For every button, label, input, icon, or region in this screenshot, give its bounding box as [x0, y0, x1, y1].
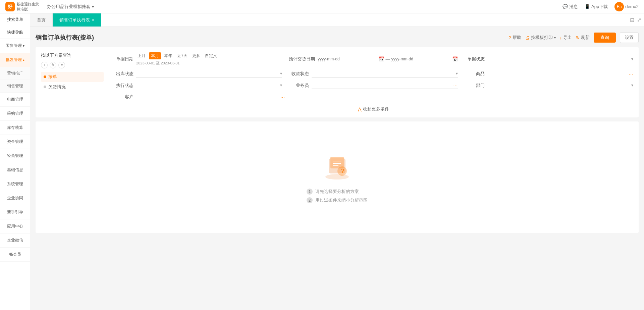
help-button[interactable]: ? 帮助	[508, 35, 521, 41]
messages-button[interactable]: 💬 消息	[562, 4, 578, 10]
date-tab-this-month[interactable]: 本月	[149, 52, 161, 59]
sidebar-item-wechat[interactable]: 企业微信	[0, 234, 30, 248]
user-menu[interactable]: Ea demo2	[614, 2, 639, 11]
tab-bar-right: ⊟ ⤢	[630, 13, 644, 27]
chevron-down-icon: ▾	[631, 57, 633, 61]
dot-inactive-icon	[44, 86, 46, 88]
filter-option-by-debt[interactable]: 欠货情况	[41, 82, 104, 92]
tab-sales-execution-label: 销售订单执行表	[59, 17, 90, 23]
dot-active-icon	[44, 75, 46, 78]
date-tab-this-year[interactable]: 本年	[163, 52, 174, 59]
expected-date-range: 📅 — 📅	[318, 55, 458, 63]
svg-text:?: ?	[341, 168, 344, 174]
empty-tips: 1 请先选择要分析的方案 2 用过滤条件来缩小分析范围	[307, 189, 368, 206]
sidebar-item-finance[interactable]: 资金管理	[0, 135, 30, 149]
goods-label: 商品	[465, 71, 485, 77]
filter-left-title: 按以下方案查询	[41, 52, 104, 58]
sidebar-item-basic[interactable]: 基础信息	[0, 163, 30, 177]
print-button[interactable]: 🖨 按模板打印 ▾	[525, 35, 556, 41]
content-area: 首页 销售订单执行表 × ⊟ ⤢ 销售订单执行表(按单) ? 帮助	[30, 13, 644, 310]
date-tab-more[interactable]: 更多	[191, 52, 202, 59]
salesperson-field: 业务员 …	[289, 82, 458, 89]
date-tab-custom[interactable]: 自定义	[204, 52, 218, 59]
sidebar-item-newbie[interactable]: 新手引导	[0, 205, 30, 219]
filter-row-3: 执行状态 ▾ 业务员 …	[113, 82, 633, 89]
query-button[interactable]: 查询	[594, 33, 616, 43]
empty-illustration: ?	[320, 148, 354, 182]
bill-status-select[interactable]: ▾	[487, 55, 633, 63]
exec-status-select[interactable]: ▾	[136, 82, 282, 89]
date-tabs: 上月 本月 本年 近7天 更多 自定义	[136, 52, 282, 59]
collapse-row: ⋀ 收起更多条件	[113, 103, 633, 112]
sidebar-item-sales[interactable]: 销售管理	[0, 80, 30, 93]
dept-select[interactable]: ▾	[487, 82, 633, 89]
sidebar-item-purchase[interactable]: 采购管理	[0, 107, 30, 121]
collapse-scheme-button[interactable]: «	[58, 62, 65, 68]
salesperson-more-icon[interactable]: …	[453, 82, 458, 87]
print-dropdown-icon: ▾	[554, 36, 556, 40]
chevron-down-icon: ▾	[631, 83, 633, 88]
collapse-icon: ⋀	[358, 107, 362, 112]
filter-option-by-order[interactable]: 按单	[41, 72, 104, 82]
collection-status-select[interactable]: ▾	[312, 70, 458, 78]
date-tab-last-7-days[interactable]: 近7天	[176, 52, 189, 59]
filter-row-4: 客户 …	[113, 93, 633, 100]
sidebar-quicknav[interactable]: 快捷导航	[0, 26, 30, 39]
settings-button[interactable]: 设置	[620, 32, 639, 43]
exec-status-field: 执行状态 ▾	[113, 82, 282, 89]
sidebar-item-ecommerce[interactable]: 电商管理	[0, 93, 30, 107]
outbound-status-select[interactable]: ▾	[136, 70, 282, 78]
top-bar: 好 畅捷通好生意 标准版 办公用品行业模拟账套 ▾ 💬 消息 📱 App下载 E…	[0, 0, 644, 13]
customer-more-icon[interactable]: …	[280, 93, 285, 99]
chevron-down-icon: ▾	[280, 71, 282, 76]
chevron-up-icon: ▴	[23, 58, 24, 62]
customer-field: 客户 …	[113, 93, 285, 100]
edit-scheme-button[interactable]: ✎	[50, 62, 56, 68]
window-minimize-icon[interactable]: ⊟	[630, 17, 634, 23]
refresh-button[interactable]: ↻ 刷新	[576, 35, 590, 41]
empty-tip-2: 2 用过滤条件来缩小分析范围	[307, 197, 368, 203]
chevron-down-icon: ▾	[280, 83, 282, 88]
top-bar-left: 好 畅捷通好生意 标准版 办公用品行业模拟账套 ▾	[5, 2, 94, 11]
avatar: Ea	[614, 2, 624, 11]
sidebar-item-operation[interactable]: 经营管理	[0, 149, 30, 163]
filter-section: 按以下方案查询 + ✎ « 按单 欠货情况	[41, 52, 633, 112]
bill-date-label: 单据日期	[113, 56, 133, 62]
sidebar-item-retail[interactable]: 零售管理 ▾	[0, 39, 30, 53]
outbound-status-field: 出库状态 ▾	[113, 70, 282, 78]
goods-more-icon[interactable]: …	[629, 70, 633, 75]
tab-bar: 首页 销售订单执行表 × ⊟ ⤢	[30, 13, 644, 27]
sidebar: 搜索菜单 快捷导航 零售管理 ▾ 批发管理 ▴ 营销推广 销售管理 电商管理 采…	[0, 13, 30, 310]
collapse-button[interactable]: ⋀ 收起更多条件	[358, 106, 389, 112]
empty-state: ? 1 请先选择要分析的方案 2 用过滤条件来缩小分析范围	[36, 121, 639, 233]
date-tab-last-month[interactable]: 上月	[136, 52, 147, 59]
sidebar-item-marketing[interactable]: 营销推广	[0, 67, 30, 80]
phone-icon: 📱	[585, 4, 590, 9]
sidebar-item-member[interactable]: 畅会员	[0, 248, 30, 262]
tab-close-icon[interactable]: ×	[92, 18, 94, 22]
calendar-end-icon[interactable]: 📅	[452, 56, 458, 62]
expected-date-end-input[interactable]	[391, 55, 451, 63]
chevron-down-icon: ▾	[456, 71, 458, 76]
add-scheme-button[interactable]: +	[41, 62, 48, 68]
calendar-start-icon[interactable]: 📅	[379, 56, 384, 62]
export-button[interactable]: ↓ 导出	[560, 35, 572, 41]
sidebar-item-cooperation[interactable]: 企业协同	[0, 191, 30, 205]
page-actions: ? 帮助 🖨 按模板打印 ▾ ↓ 导出 ↻ 刷新	[508, 32, 639, 43]
expected-date-start-input[interactable]	[318, 55, 377, 63]
app-download-button[interactable]: 📱 App下载	[585, 4, 608, 10]
company-select[interactable]: 办公用品行业模拟账套 ▾	[47, 4, 94, 10]
tab-home[interactable]: 首页	[30, 13, 53, 27]
tab-sales-execution[interactable]: 销售订单执行表 ×	[53, 13, 101, 27]
tab-home-label: 首页	[37, 17, 46, 23]
window-expand-icon[interactable]: ⤢	[637, 17, 641, 23]
tip-1-num: 1	[307, 189, 313, 195]
logo-area: 好 畅捷通好生意 标准版	[5, 2, 39, 11]
sidebar-search[interactable]: 搜索菜单	[0, 13, 30, 26]
sidebar-item-system[interactable]: 系统管理	[0, 177, 30, 191]
main-layout: 搜索菜单 快捷导航 零售管理 ▾ 批发管理 ▴ 营销推广 销售管理 电商管理 采…	[0, 13, 644, 310]
sidebar-item-inventory[interactable]: 库存核算	[0, 121, 30, 135]
page-title: 销售订单执行表(按单)	[36, 34, 94, 42]
sidebar-item-app-center[interactable]: 应用中心	[0, 219, 30, 234]
sidebar-item-wholesale[interactable]: 批发管理 ▴	[0, 53, 30, 67]
